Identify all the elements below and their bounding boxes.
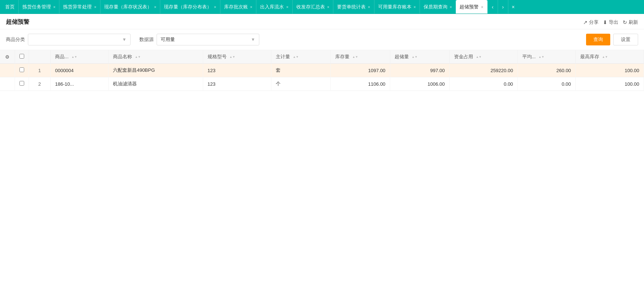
column-gear[interactable]: ⚙ (0, 50, 15, 64)
row-product-name: 机油滤清器 (109, 77, 203, 91)
data-source-label: 数据源 (139, 36, 154, 43)
row-checkbox-1[interactable] (19, 81, 24, 86)
column-row-num (29, 50, 51, 64)
nav-tab-task-mgmt-label: 拣货任务管理 (22, 4, 51, 10)
column-product-code-label: 商品... (55, 54, 69, 59)
nav-tab-exception-proc[interactable]: 拣货异常处理 × (59, 0, 100, 14)
table-container: ⚙ 商品... ▲▼ 商品名称 ▲▼ 规格型号 ▲▼ (0, 50, 644, 91)
nav-tab-home[interactable]: 首页 (1, 0, 19, 14)
data-source-arrow-icon: ▼ (251, 37, 255, 42)
nav-tab-available-inventory[interactable]: 可用量库存账本 × (374, 0, 420, 14)
close-tab-in-out-flow[interactable]: × (286, 5, 288, 9)
nav-tab-home-label: 首页 (5, 4, 15, 10)
nav-arrow-left[interactable]: ‹ (487, 0, 498, 14)
export-button[interactable]: ⬇ 导出 (603, 19, 618, 26)
column-overstock[interactable]: 超储量 ▲▼ (390, 50, 449, 64)
nav-tab-quality-period[interactable]: 保质期查询 × (420, 0, 456, 14)
row-num-cell: 2 (29, 77, 51, 91)
column-avg[interactable]: 平均... ▲▼ (517, 50, 575, 64)
nav-tab-order-stats-label: 要货单统计表 (337, 4, 366, 10)
row-overstock: 1006.00 (390, 77, 449, 91)
sort-overstock-icon[interactable]: ▲▼ (411, 56, 417, 59)
row-inventory: 1106.00 (330, 77, 390, 91)
close-tab-inventory-status[interactable]: × (154, 5, 156, 9)
close-tab-inventory-dist[interactable]: × (214, 5, 216, 9)
row-capital-occupied: 0.00 (449, 77, 517, 91)
nav-tab-inventory-dist[interactable]: 现存量（库存分布表） × (160, 0, 220, 14)
row-product-code: 186-10... (51, 77, 109, 91)
product-category-arrow-icon: ▼ (122, 37, 127, 42)
share-button[interactable]: ↗ 分享 (583, 19, 599, 26)
sort-capital-occupied-icon[interactable]: ▲▼ (476, 56, 482, 59)
sort-max-inventory-icon[interactable]: ▲▼ (602, 56, 608, 59)
share-icon: ↗ (583, 19, 588, 25)
close-tab-inventory-batch[interactable]: × (250, 5, 252, 9)
sort-avg-icon[interactable]: ▲▼ (538, 56, 544, 59)
sort-product-code-icon[interactable]: ▲▼ (72, 56, 77, 59)
column-max-inventory[interactable]: 最高库存 ▲▼ (575, 50, 644, 64)
select-all-checkbox[interactable] (19, 54, 24, 59)
close-tab-task-mgmt[interactable]: × (53, 5, 55, 9)
nav-tab-overstock-warning[interactable]: 超储预警 × (456, 0, 487, 14)
column-spec-model[interactable]: 规格型号 ▲▼ (203, 50, 271, 64)
nav-tab-inventory-status-label: 现存量（库存状况表） (104, 4, 152, 10)
nav-tab-task-mgmt[interactable]: 拣货任务管理 × (19, 0, 59, 14)
page-title: 超储预警 (6, 18, 29, 26)
column-spec-model-label: 规格型号 (208, 54, 227, 59)
row-spec-model: 123 (203, 77, 271, 91)
nav-tab-overstock-warning-label: 超储预警 (460, 4, 479, 10)
nav-arrow-right[interactable]: › (498, 0, 508, 14)
column-product-code[interactable]: 商品... ▲▼ (51, 50, 109, 64)
row-gear-cell (0, 64, 15, 77)
close-tab-recv-send-summary[interactable]: × (327, 5, 329, 9)
product-category-select[interactable]: ▼ (28, 34, 131, 45)
close-tab-quality-period[interactable]: × (450, 5, 452, 9)
row-avg: 0.00 (517, 77, 575, 91)
row-check-cell[interactable] (15, 64, 29, 77)
column-inventory[interactable]: 库存量 ▲▼ (330, 50, 390, 64)
close-tab-overstock-warning[interactable]: × (481, 5, 483, 9)
row-main-unit: 个 (271, 77, 330, 91)
column-product-name[interactable]: 商品名称 ▲▼ (109, 50, 203, 64)
settings-button[interactable]: 设置 (613, 34, 638, 45)
row-gear-cell (0, 77, 15, 91)
close-tab-available-inventory[interactable]: × (414, 5, 416, 9)
nav-tab-inventory-dist-label: 现存量（库存分布表） (164, 4, 212, 10)
column-capital-occupied[interactable]: 资金占用 ▲▼ (449, 50, 517, 64)
table-row: 1 0000004 六配套新昌490BPG 123 套 1097.00 997.… (0, 64, 644, 77)
header-actions: ↗ 分享 ⬇ 导出 ↻ 刷新 (583, 19, 638, 26)
nav-tab-in-out-flow[interactable]: 出入库流水 × (256, 0, 292, 14)
nav-arrow-close[interactable]: × (508, 0, 518, 14)
column-main-unit[interactable]: 主计量 ▲▼ (271, 50, 330, 64)
column-product-name-label: 商品名称 (113, 54, 132, 59)
sort-product-name-icon[interactable]: ▲▼ (135, 56, 141, 59)
sort-main-unit-icon[interactable]: ▲▼ (293, 56, 299, 59)
row-product-name: 六配套新昌490BPG (109, 64, 203, 77)
sort-spec-model-icon[interactable]: ▲▼ (229, 56, 235, 59)
close-tab-order-stats[interactable]: × (368, 5, 370, 9)
nav-tab-inventory-batch-label: 库存批次账 (224, 4, 248, 10)
nav-tab-exception-proc-label: 拣货异常处理 (63, 4, 92, 10)
close-tab-exception-proc[interactable]: × (94, 5, 96, 9)
nav-tab-inventory-status[interactable]: 现存量（库存状况表） × (100, 0, 160, 14)
query-button[interactable]: 查询 (586, 34, 610, 45)
sort-inventory-icon[interactable]: ▲▼ (352, 56, 358, 59)
nav-tab-recv-send-summary-label: 收发存汇总表 (296, 4, 325, 10)
data-source-value: 可用量 (161, 36, 175, 43)
nav-tab-inventory-batch[interactable]: 库存批次账 × (220, 0, 256, 14)
nav-tab-recv-send-summary[interactable]: 收发存汇总表 × (293, 0, 333, 14)
nav-tab-order-stats[interactable]: 要货单统计表 × (333, 0, 374, 14)
row-product-code: 0000004 (51, 64, 109, 77)
data-source-select[interactable]: 可用量 ▼ (157, 34, 259, 45)
row-capital-occupied: 259220.00 (449, 64, 517, 77)
row-spec-model: 123 (203, 64, 271, 77)
product-category-label: 商品分类 (6, 36, 25, 43)
row-check-cell[interactable] (15, 77, 29, 91)
table-row: 2 186-10... 机油滤清器 123 个 1106.00 1006.00 … (0, 77, 644, 91)
row-checkbox-0[interactable] (19, 67, 24, 72)
refresh-button[interactable]: ↻ 刷新 (623, 19, 638, 26)
column-avg-label: 平均... (522, 54, 536, 59)
refresh-icon: ↻ (623, 19, 627, 25)
page-header: 超储预警 ↗ 分享 ⬇ 导出 ↻ 刷新 (0, 14, 644, 29)
nav-tab-available-inventory-label: 可用量库存账本 (378, 4, 411, 10)
